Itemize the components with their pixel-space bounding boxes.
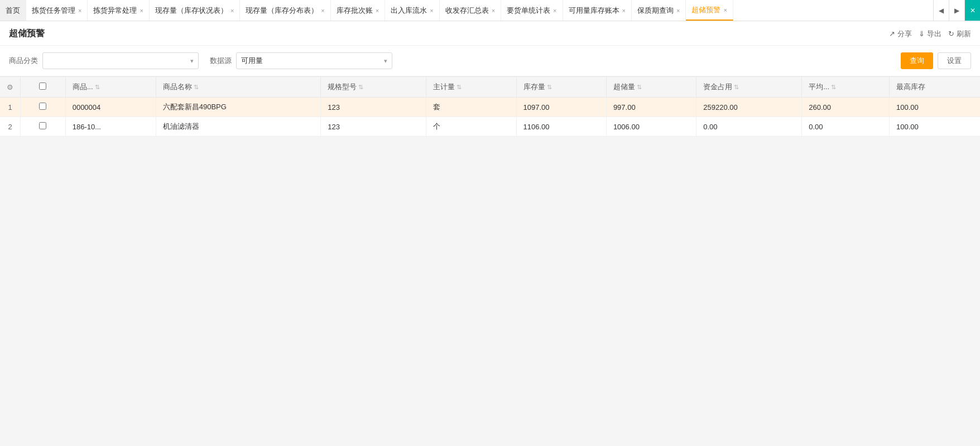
table-row[interactable]: 2 186-10... 机油滤清器 123 个 1106.00 1006.00 … [0, 117, 980, 137]
column-avg[interactable]: 平均...⇅ [802, 77, 890, 98]
sort-icon: ⇅ [547, 84, 552, 90]
nav-label: 出入库流水 [391, 6, 427, 16]
row-index: 1 [0, 98, 21, 117]
row-name: 六配套新昌490BPG [156, 98, 320, 117]
row-sku: 0000004 [65, 98, 156, 117]
settings-button[interactable]: 设置 [938, 52, 971, 69]
nav-label: 库存批次账 [337, 6, 373, 16]
column-unit[interactable]: 主计量⇅ [426, 77, 516, 98]
category-label: 商品分类 [9, 56, 38, 66]
nav-label: 拣货异常处理 [93, 6, 137, 16]
sort-icon: ⇅ [457, 84, 462, 90]
column-spec[interactable]: 规格型号⇅ [321, 77, 426, 98]
nav-close-icon[interactable]: × [622, 7, 626, 14]
datasource-label: 数据源 [210, 56, 232, 66]
nav-item-shelf-life[interactable]: 保质期查询 × [632, 0, 686, 21]
row-checkbox[interactable] [39, 122, 46, 129]
sort-icon: ⇅ [637, 84, 642, 90]
refresh-button[interactable]: ↻ 刷新 [948, 29, 971, 39]
row-max-stock: 100.00 [890, 117, 981, 137]
column-sku[interactable]: 商品...⇅ [65, 77, 156, 98]
column-checkbox [21, 77, 66, 98]
table-container: ⚙ 商品...⇅ 商品名称⇅ 规格型号⇅ 主计量⇅ [0, 76, 980, 137]
gear-icon[interactable]: ⚙ [7, 83, 13, 91]
row-checkbox-cell[interactable] [21, 98, 66, 117]
nav-item-order-stats[interactable]: 要货单统计表 × [501, 0, 563, 21]
sort-icon: ⇅ [831, 84, 836, 90]
filter-category: 商品分类 ▾ [9, 52, 199, 69]
export-button[interactable]: ⇓ 导出 [919, 29, 941, 39]
row-checkbox-cell[interactable] [21, 117, 66, 137]
nav-home-label: 首页 [6, 6, 20, 16]
sort-icon: ⇅ [734, 84, 739, 90]
nav-close-icon[interactable]: × [553, 7, 556, 14]
column-max-stock[interactable]: 最高库存 [890, 77, 981, 98]
table-body: 1 0000004 六配套新昌490BPG 123 套 1097.00 997.… [0, 98, 980, 137]
nav-close-icon[interactable]: × [723, 7, 727, 13]
nav-arrows: ◀ ▶ ✕ [933, 0, 980, 21]
query-button[interactable]: 查询 [901, 52, 933, 69]
nav-item-stock-dist[interactable]: 现存量（库存分布表） × [240, 0, 330, 21]
nav-label: 可用量库存账本 [569, 6, 619, 16]
nav-prev-button[interactable]: ◀ [933, 0, 949, 21]
category-select[interactable]: ▾ [42, 52, 199, 69]
data-table: ⚙ 商品...⇅ 商品名称⇅ 规格型号⇅ 主计量⇅ [0, 76, 980, 137]
select-all-checkbox[interactable] [39, 83, 46, 90]
sort-icon: ⇅ [95, 84, 100, 90]
share-button[interactable]: ↗ 分享 [889, 29, 912, 39]
table-row[interactable]: 1 0000004 六配套新昌490BPG 123 套 1097.00 997.… [0, 98, 980, 117]
column-stock[interactable]: 库存量⇅ [516, 77, 606, 98]
nav-close-all-button[interactable]: ✕ [964, 0, 980, 21]
row-sku: 186-10... [65, 117, 156, 137]
nav-item-stock-status[interactable]: 现存量（库存状况表） × [150, 0, 240, 21]
row-checkbox[interactable] [39, 103, 46, 110]
nav-item-task-mgmt[interactable]: 拣货任务管理 × [26, 0, 88, 21]
row-max-stock: 100.00 [890, 98, 981, 117]
row-stock: 1097.00 [516, 98, 606, 117]
row-index: 2 [0, 117, 21, 137]
datasource-select[interactable]: 可用量 ▾ [236, 52, 392, 69]
row-capital: 259220.00 [696, 98, 802, 117]
nav-close-icon[interactable]: × [140, 7, 143, 14]
nav-item-batch-account[interactable]: 库存批次账 × [331, 0, 385, 21]
nav-close-icon[interactable]: × [492, 7, 495, 14]
column-overstock[interactable]: 超储量⇅ [606, 77, 696, 98]
row-name: 机油滤清器 [156, 117, 320, 137]
nav-item-overstock-warn[interactable]: 超储预警 × [686, 0, 733, 21]
sort-icon: ⇅ [194, 84, 199, 90]
nav-close-icon[interactable]: × [376, 7, 379, 14]
nav-close-icon[interactable]: × [430, 7, 433, 14]
row-unit: 个 [426, 117, 516, 137]
export-label: 导出 [927, 29, 941, 39]
header-actions: ↗ 分享 ⇓ 导出 ↻ 刷新 [889, 29, 971, 39]
row-stock: 1106.00 [516, 117, 606, 137]
filter-bar: 商品分类 ▾ 数据源 可用量 ▾ 查询 设置 [0, 46, 980, 76]
nav-next-button[interactable]: ▶ [949, 0, 964, 21]
nav-label: 收发存汇总表 [445, 6, 489, 16]
column-settings[interactable]: ⚙ [0, 77, 21, 98]
column-capital[interactable]: 资金占用⇅ [696, 77, 802, 98]
refresh-label: 刷新 [957, 29, 971, 39]
nav-label: 拣货任务管理 [32, 6, 75, 16]
nav-close-icon[interactable]: × [230, 7, 234, 14]
sort-icon: ⇅ [358, 84, 363, 90]
page-title: 超储预警 [9, 28, 45, 40]
nav-close-icon[interactable]: × [321, 7, 324, 14]
chevron-down-icon: ▾ [384, 57, 387, 65]
nav-label: 保质期查询 [637, 6, 674, 16]
nav-item-inout-flow[interactable]: 出入库流水 × [385, 0, 439, 21]
nav-close-icon[interactable]: × [78, 7, 81, 14]
nav-close-icon[interactable]: × [676, 7, 680, 14]
column-name[interactable]: 商品名称⇅ [156, 77, 320, 98]
nav-item-avail-account[interactable]: 可用量库存账本 × [563, 0, 632, 21]
nav-item-summary[interactable]: 收发存汇总表 × [440, 0, 501, 21]
datasource-select-value: 可用量 [241, 56, 263, 66]
share-icon: ↗ [889, 30, 895, 38]
nav-item-home[interactable]: 首页 [0, 0, 26, 21]
nav-item-exception[interactable]: 拣货异常处理 × [88, 0, 149, 21]
row-overstock: 997.00 [606, 98, 696, 117]
row-spec: 123 [321, 98, 426, 117]
refresh-icon: ↻ [948, 30, 954, 38]
chevron-down-icon: ▾ [190, 57, 194, 65]
top-nav: 首页 拣货任务管理 × 拣货异常处理 × 现存量（库存状况表） × 现存量（库存… [0, 0, 980, 21]
